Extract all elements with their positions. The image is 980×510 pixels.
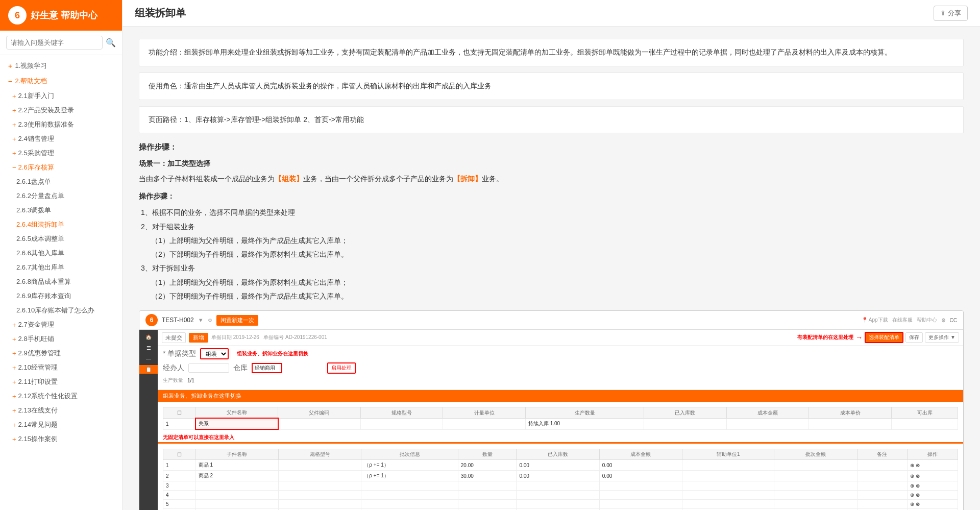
minus-icon-26: − [12, 164, 16, 172]
mock-topbar: 6 TEST-H002 ▼ ⚙ 闲置新建一次 📍 App下载 在线客服 帮助中心… [139, 311, 963, 330]
mock-new-tab[interactable]: 新增 [189, 333, 208, 343]
share-label: 分享 [948, 9, 961, 18]
col-parent-code: 父件编码 [278, 407, 361, 419]
step3b: （2）下部明细为子件明细，最终作为产成品生成其它入库单。 [151, 290, 964, 303]
share-icon: ⇧ [940, 9, 946, 17]
sidebar-item-263[interactable]: 2.6.3调拨单 [0, 203, 122, 217]
sidebar-item-211[interactable]: + 2.11打印设置 [0, 375, 122, 389]
lcol-ops: 操作 [908, 449, 958, 460]
mock-nav-home[interactable]: 🏠 [144, 333, 153, 342]
mock-form-row1: * 单据类型 组装 拆卸 组装业务、拆卸业务在这里切换 [163, 348, 958, 359]
path-block: 页面路径：1、库存核算->库存管理->组装拆卸单 2、首页->常用功能 [139, 106, 964, 134]
sidebar-item-267[interactable]: 2.6.7其他出库单 [0, 260, 122, 275]
sidebar-item-25[interactable]: + 2.5采购管理 [0, 146, 122, 160]
mock-more-btn[interactable]: 更多操作 ▼ [925, 332, 959, 343]
search-button[interactable]: 🔍 [106, 38, 116, 47]
lrow1-cost: 0.00 [599, 460, 682, 471]
mock-nav-active[interactable]: 📋 [139, 365, 158, 374]
sidebar-item-262[interactable]: 2.6.2分量盘点单 [0, 189, 122, 203]
sidebar-item-26[interactable]: − 2.6库存核算 [0, 160, 122, 175]
mock-match-btn[interactable]: 选择装配清单 [865, 332, 903, 343]
sidebar-item-266[interactable]: 2.6.6其他入库单 [0, 246, 122, 260]
handler-label: 经办人 [163, 363, 184, 373]
plus-icon-23: + [12, 121, 16, 129]
mock-handler-input[interactable] [188, 363, 229, 373]
upper-table-row1: 1 关系 持续入库 1.00 [163, 418, 958, 429]
label-28: 2.8手机旺铺 [18, 334, 54, 344]
mock-new-doc-btn[interactable]: 闲置新建一次 [216, 315, 258, 326]
step2: 2、对于组装业务 [141, 221, 964, 233]
sidebar-item-215[interactable]: + 2.15操作案例 [0, 432, 122, 446]
mock-lower-table: ☐ 子件名称 规格型号 批次信息 数量 已入库数 成本金额 辅助单位1 批次金额 [163, 449, 958, 510]
lrow4-num: 4 [163, 491, 196, 500]
lrow2-ops: ⊕ ⊗ [908, 471, 958, 481]
sidebar-item-261[interactable]: 2.6.1盘点单 [0, 175, 122, 189]
label-266: 2.6.6其他入库单 [16, 249, 64, 257]
sidebar-item-22[interactable]: + 2.2产品安装及登录 [0, 103, 122, 117]
sidebar-item-268[interactable]: 2.6.8商品成本重算 [0, 275, 122, 289]
sidebar-item-212[interactable]: + 2.12系统个性化设置 [0, 389, 122, 403]
lrow1-note [857, 460, 908, 471]
lrow3-spec [279, 481, 361, 491]
sidebar-item-214[interactable]: + 2.14常见问题 [0, 418, 122, 432]
warehouse-label: 仓库 [233, 363, 248, 373]
mock-unsubmit-tab[interactable]: 未提交 [162, 332, 186, 343]
lrow1-aux [682, 460, 774, 471]
lower-row1: 1 商品 1 （ρ += 1） 20.00 0.00 0.00 [163, 460, 958, 471]
label-269: 2.6.9库存账本查询 [16, 292, 71, 300]
lcol-note: 备注 [857, 449, 908, 460]
sidebar-item-videos[interactable]: + 1.视频学习 [0, 58, 122, 74]
lrow3-note [857, 481, 908, 491]
col-spec: 规格型号 [360, 407, 443, 419]
sidebar-item-21[interactable]: + 2.1新手入门 [0, 89, 122, 103]
mock-tab-bar: 未提交 新增 单据日期 2019-12-26 单据编号 AD-20191226-… [158, 330, 963, 346]
sidebar-item-213[interactable]: + 2.13在线支付 [0, 403, 122, 418]
step2a: （1）上部明细为父件明细，最终作为产成品生成其它入库单； [151, 235, 964, 247]
sidebar-item-27[interactable]: + 2.7资金管理 [0, 318, 122, 332]
lrow2-batch: （ρ += 1） [361, 471, 458, 481]
sidebar-item-23[interactable]: + 2.3使用前数据准备 [0, 117, 122, 132]
search-box: 🔍 [0, 31, 122, 55]
mock-save-btn[interactable]: 保存 [905, 332, 923, 343]
mock-form-area: * 单据类型 组装 拆卸 组装业务、拆卸业务在这里切换 经办人 仓库 [158, 346, 963, 390]
mock-body: 🏠 ☰ — 📋 未提交 新增 单据日期 2019-12-26 [139, 330, 963, 510]
lrow3-name [195, 481, 278, 491]
row1-prod-qty: 持续入库 1.00 [525, 418, 644, 429]
mock-lower-table-area: ☐ 子件名称 规格型号 批次信息 数量 已入库数 成本金额 辅助单位1 批次金额 [158, 442, 963, 510]
mock-type-select[interactable]: 组装 拆卸 [200, 348, 229, 359]
row1-check: 1 [163, 418, 195, 429]
content-area: 功能介绍：组装拆卸单用来处理企业组装或拆卸等加工业务，支持有固定装配清单的产品加… [122, 27, 980, 510]
col-cost-unit: 成本单价 [809, 407, 892, 419]
lrow4-ops: ⊕ ⊗ [908, 491, 958, 500]
row1-code [278, 418, 361, 429]
mock-enable-btn[interactable]: 启用处理 [327, 362, 356, 374]
lcol-cost: 成本金额 [599, 449, 682, 460]
mock-warehouse-input[interactable]: 经销商用 [252, 363, 282, 373]
sidebar-item-28[interactable]: + 2.8手机旺铺 [0, 332, 122, 346]
sidebar-item-24[interactable]: + 2.4销售管理 [0, 132, 122, 146]
screenshot-mockup: 6 TEST-H002 ▼ ⚙ 闲置新建一次 📍 App下载 在线客服 帮助中心… [139, 310, 964, 510]
row1-spec [360, 418, 443, 429]
sidebar-item-210[interactable]: + 2.10经营管理 [0, 360, 122, 375]
sidebar-item-269[interactable]: 2.6.9库存账本查询 [0, 289, 122, 303]
sidebar-item-docs[interactable]: − 2.帮助文档 [0, 74, 122, 89]
sidebar-item-2610[interactable]: 2.6.10库存账本错了怎么办 [0, 303, 122, 318]
search-input[interactable] [6, 36, 103, 50]
lcol-name: 子件名称 [195, 449, 278, 460]
sidebar-item-265[interactable]: 2.6.5成本调整单 [0, 232, 122, 246]
label-2610: 2.6.10库存账本错了怎么办 [16, 306, 94, 314]
sidebar-item-29[interactable]: + 2.9优惠券管理 [0, 346, 122, 360]
share-button[interactable]: ⇧ 分享 [934, 6, 968, 21]
label-25: 2.5采购管理 [18, 149, 54, 158]
step3: 3、对于拆卸业务 [141, 262, 964, 275]
mock-nav-list[interactable]: ☰ [145, 344, 153, 352]
role-block: 使用角色：通常由生产人员或库管人员完成拆装业务的操作，库管人员确认原材料的出库和… [139, 72, 964, 100]
row1-cost-amt [726, 418, 809, 429]
sidebar-item-264[interactable]: 2.6.4组装拆卸单 [0, 217, 122, 232]
plus-icon-214: + [12, 421, 16, 429]
lrow2-qty: 30.00 [458, 471, 517, 481]
label-214: 2.14常见问题 [18, 420, 58, 429]
label-213: 2.13在线支付 [18, 406, 58, 415]
lrow3-ops: ⊕ ⊗ [908, 481, 958, 491]
step3-substeps: （1）上部明细为父件明细，最终作为原材料生成其它出库单； （2）下部明细为子件明… [151, 277, 964, 303]
